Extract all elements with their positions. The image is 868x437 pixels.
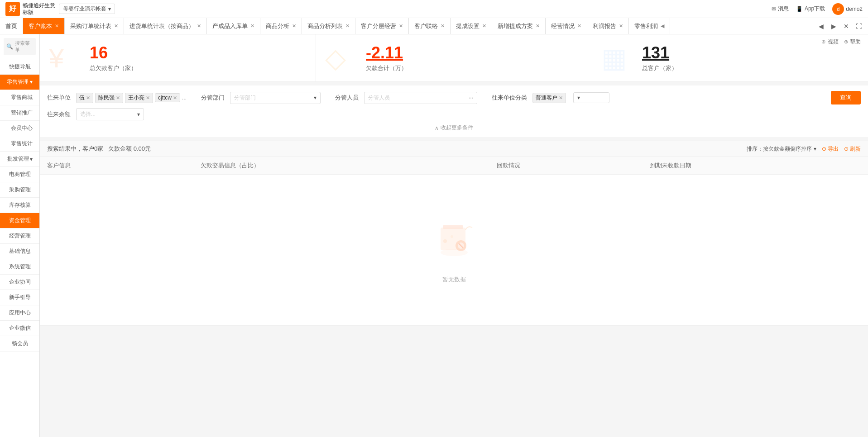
tag-close-icon[interactable]: ✕ bbox=[559, 95, 563, 101]
sidebar-item-new-guide[interactable]: 新手引导 bbox=[0, 290, 39, 305]
stat-total-customers-label: 总欠款客户（家） bbox=[90, 64, 137, 72]
tab-maximize[interactable]: ⛶ bbox=[854, 21, 864, 32]
close-icon[interactable]: ✕ bbox=[577, 23, 581, 29]
sidebar-item-marketing[interactable]: 营销推广 bbox=[0, 105, 39, 121]
close-icon[interactable]: ◀ bbox=[661, 23, 664, 29]
tab-operations[interactable]: 经营情况 ✕ bbox=[546, 18, 587, 34]
sidebar-item-retail-mgmt[interactable]: 零售管理 ▾ bbox=[0, 75, 39, 90]
sidebar-search-area: 🔍 搜索菜单 bbox=[0, 34, 39, 59]
tab-customer-ledger[interactable]: 客户账本 ✕ bbox=[23, 18, 65, 34]
sidebar: 🔍 搜索菜单 快捷导航 零售管理 ▾ 零售商城 营销推广 会员中心 零售统计 批… bbox=[0, 34, 40, 437]
tab-close-all[interactable]: ✕ bbox=[841, 21, 852, 32]
sidebar-item-chang-member[interactable]: 畅会员 bbox=[0, 336, 39, 352]
filter-dept-select[interactable]: 分管部门 ▾ bbox=[230, 92, 321, 104]
filter-unit-label: 往来单位 bbox=[47, 94, 71, 102]
filter-area: 往来单位 伍 ✕ 陈民强 ✕ 王小亮 ✕ cjttcw bbox=[40, 86, 868, 137]
sidebar-item-system-mgmt[interactable]: 系统管理 bbox=[0, 259, 39, 275]
filter-person-label: 分管人员 bbox=[335, 94, 359, 102]
tab-purchase-order[interactable]: 采购订单统计表 ✕ bbox=[65, 18, 124, 34]
filter-tag-wu[interactable]: 伍 ✕ bbox=[76, 93, 93, 103]
sidebar-item-retail-mall[interactable]: 零售商城 bbox=[0, 90, 39, 105]
empty-state: 暂无数据 bbox=[47, 180, 861, 320]
chevron-down-icon: ▾ bbox=[314, 95, 317, 101]
tab-commission-setting[interactable]: 提成设置 ✕ bbox=[451, 18, 492, 34]
tab-profit-report[interactable]: 利润报告 ✕ bbox=[587, 18, 629, 34]
logo-icon: 好 bbox=[5, 2, 20, 16]
close-icon[interactable]: ✕ bbox=[441, 23, 445, 29]
sort-button[interactable]: 排序：按欠款金额倒序排序 ▾ bbox=[747, 145, 816, 153]
tab-customer-contact[interactable]: 客户联络 ✕ bbox=[409, 18, 451, 34]
filter-tag-wang[interactable]: 王小亮 ✕ bbox=[125, 93, 153, 103]
export-button[interactable]: ⊙ 导出 bbox=[822, 145, 839, 153]
tab-scroll-right[interactable]: ▶ bbox=[828, 21, 839, 32]
tab-home[interactable]: 首页 bbox=[0, 18, 23, 34]
tab-scroll-left[interactable]: ◀ bbox=[815, 21, 826, 32]
account-selector[interactable]: 母婴行业演示帐套 ▾ bbox=[59, 4, 115, 14]
tag-close-icon[interactable]: ✕ bbox=[173, 95, 177, 101]
tag-close-icon[interactable]: ✕ bbox=[86, 95, 90, 101]
chevron-down-icon: ▾ bbox=[137, 111, 140, 118]
tab-purchase-stats[interactable]: 进货单统计表（按商品） ✕ bbox=[124, 18, 207, 34]
stat-all-customers: ▦ 131 总客户（家） bbox=[592, 34, 868, 81]
top-bar-left: 好 畅捷通好生意 标版 母婴行业演示帐套 ▾ bbox=[5, 2, 115, 16]
refresh-button[interactable]: ⊙ 刷新 bbox=[844, 145, 861, 153]
filter-category-select[interactable]: ▾ bbox=[573, 92, 609, 103]
tab-retail-profit[interactable]: 零售利润 ◀ bbox=[629, 18, 670, 34]
tab-new-commission[interactable]: 新增提成方案 ✕ bbox=[492, 18, 546, 34]
tab-product-analysis-list[interactable]: 商品分析列表 ✕ bbox=[302, 18, 355, 34]
top-bar: 好 畅捷通好生意 标版 母婴行业演示帐套 ▾ ✉ 消息 📱 App下载 d de… bbox=[0, 0, 868, 18]
avatar: d bbox=[832, 3, 844, 15]
filter-person-input[interactable]: 分管人员 ··· bbox=[364, 92, 477, 104]
tag-close-icon[interactable]: ✕ bbox=[146, 95, 150, 101]
tab-product-analysis[interactable]: 商品分析 ✕ bbox=[260, 18, 302, 34]
sidebar-item-quick-nav[interactable]: 快捷导航 bbox=[0, 59, 39, 75]
col-repayment: 回款情况 bbox=[489, 157, 643, 175]
download-icon: 📱 bbox=[796, 6, 803, 12]
sidebar-item-operations-mgmt[interactable]: 经营管理 bbox=[0, 228, 39, 244]
sidebar-item-basic-info[interactable]: 基础信息 bbox=[0, 244, 39, 259]
sidebar-item-enterprise-collab[interactable]: 企业协同 bbox=[0, 275, 39, 290]
tab-customer-layer[interactable]: 客户分层经营 ✕ bbox=[355, 18, 409, 34]
collapse-filter-btn[interactable]: ∧ 收起更多条件 bbox=[47, 124, 861, 132]
close-icon[interactable]: ✕ bbox=[345, 23, 350, 29]
close-icon[interactable]: ✕ bbox=[114, 23, 118, 29]
filter-tag-chen[interactable]: 陈民强 ✕ bbox=[95, 93, 123, 103]
chevron-down-icon: ▾ bbox=[577, 95, 580, 101]
close-icon[interactable]: ✕ bbox=[619, 23, 623, 29]
top-bar-right: ✉ 消息 📱 App下载 d demo2 bbox=[772, 3, 863, 15]
nav-tabs: 首页 客户账本 ✕ 采购订单统计表 ✕ 进货单统计表（按商品） ✕ 产成品入库单… bbox=[0, 18, 868, 34]
tab-controls: ◀ ▶ ✕ ⛶ bbox=[812, 21, 868, 32]
sidebar-item-ecommerce[interactable]: 电商管理 bbox=[0, 167, 39, 182]
sidebar-item-wholesale-mgmt[interactable]: 批发管理 ▾ bbox=[0, 152, 39, 167]
app-download-button[interactable]: 📱 App下载 bbox=[796, 5, 825, 13]
close-icon[interactable]: ✕ bbox=[482, 23, 486, 29]
chevron-up-icon: ∧ bbox=[435, 125, 439, 131]
user-menu[interactable]: d demo2 bbox=[832, 3, 863, 15]
search-icon: 🔍 bbox=[6, 43, 13, 50]
filter-tag-cjttcw[interactable]: cjttcw ✕ bbox=[155, 93, 180, 102]
sidebar-item-inventory[interactable]: 库存核算 bbox=[0, 198, 39, 213]
chevron-right-icon: ▾ bbox=[30, 156, 33, 162]
sidebar-item-finance[interactable]: 资金管理 bbox=[0, 213, 39, 228]
sidebar-item-member-center[interactable]: 会员中心 bbox=[0, 121, 39, 136]
tab-product-inbound[interactable]: 产成品入库单 ✕ bbox=[207, 18, 260, 34]
sidebar-item-enterprise-wechat[interactable]: 企业微信 bbox=[0, 321, 39, 336]
message-button[interactable]: ✉ 消息 bbox=[772, 5, 789, 13]
sidebar-item-app-center[interactable]: 应用中心 bbox=[0, 305, 39, 321]
stats-bar: ⊙ 视频 ⊙ 帮助 ¥ 16 总欠款客户（家） ◇ -2.11 欠款合计（万） … bbox=[40, 34, 868, 82]
query-button[interactable]: 查询 bbox=[831, 91, 861, 104]
close-icon[interactable]: ✕ bbox=[197, 23, 201, 29]
tag-close-icon[interactable]: ✕ bbox=[116, 95, 120, 101]
filter-tag-normal-customer[interactable]: 普通客户 ✕ bbox=[532, 93, 566, 103]
data-table: 客户信息 欠款交易信息（占比） 回款情况 到期未收款日期 bbox=[40, 157, 868, 326]
search-menu-box[interactable]: 🔍 搜索菜单 bbox=[4, 38, 36, 55]
filter-balance-select[interactable]: 选择... ▾ bbox=[76, 108, 144, 120]
close-icon[interactable]: ✕ bbox=[250, 23, 254, 29]
close-icon[interactable]: ✕ bbox=[399, 23, 403, 29]
close-icon[interactable]: ✕ bbox=[55, 23, 59, 29]
close-icon[interactable]: ✕ bbox=[536, 23, 540, 29]
sidebar-item-purchase[interactable]: 采购管理 bbox=[0, 182, 39, 198]
close-icon[interactable]: ✕ bbox=[292, 23, 296, 29]
filter-more-btn[interactable]: ... bbox=[182, 95, 187, 101]
sidebar-item-retail-stats[interactable]: 零售统计 bbox=[0, 136, 39, 152]
